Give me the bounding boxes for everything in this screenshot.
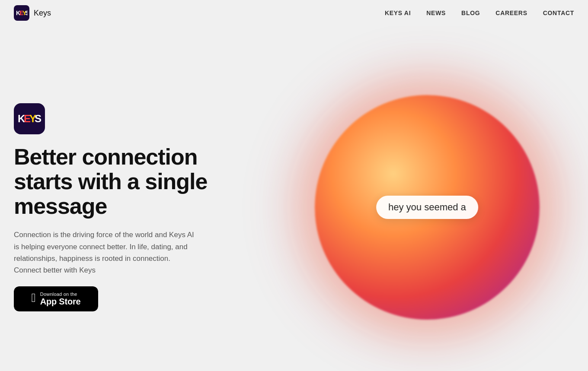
nav-logo-text: Keys [34, 9, 51, 18]
svg-text:S: S [25, 10, 28, 16]
hero-right: hey you seemed a [280, 60, 574, 354]
apple-icon:  [32, 292, 36, 304]
nav-link-contact[interactable]: CONTACT [543, 10, 574, 16]
nav-links: KEYS AI NEWS BLOG CAREERS CONTACT [385, 9, 574, 17]
navbar: K E Y S Keys KEYS AI NEWS BLOG CAREERS C… [0, 0, 588, 26]
nav-link-careers[interactable]: CAREERS [495, 10, 527, 16]
nav-logo-icon: K E Y S [14, 5, 29, 21]
nav-item-blog[interactable]: BLOG [461, 9, 480, 17]
app-store-badge[interactable]:  Download on the App Store [14, 286, 98, 311]
app-store-text: Download on the App Store [40, 292, 81, 307]
nav-link-keys-ai[interactable]: KEYS AI [385, 10, 411, 16]
hero-section: K E Y S Better connection starts with a … [0, 26, 588, 371]
app-store-bottom-text: App Store [40, 297, 81, 307]
nav-logo[interactable]: K E Y S Keys [14, 5, 51, 21]
hero-app-icon: K E Y S [14, 103, 45, 134]
svg-text:S: S [35, 113, 42, 124]
nav-item-keys-ai[interactable]: KEYS AI [385, 9, 411, 17]
nav-link-news[interactable]: NEWS [426, 10, 446, 16]
nav-item-contact[interactable]: CONTACT [543, 9, 574, 17]
hero-headline: Better connection starts with a single m… [14, 145, 207, 219]
nav-item-careers[interactable]: CAREERS [495, 9, 527, 17]
hero-description: Connection is the driving force of the w… [14, 229, 195, 276]
nav-item-news[interactable]: NEWS [426, 9, 446, 17]
orb-bubble: hey you seemed a [376, 196, 478, 219]
hero-left: K E Y S Better connection starts with a … [14, 103, 207, 311]
app-store-top-text: Download on the [40, 292, 81, 297]
nav-link-blog[interactable]: BLOG [461, 10, 480, 16]
